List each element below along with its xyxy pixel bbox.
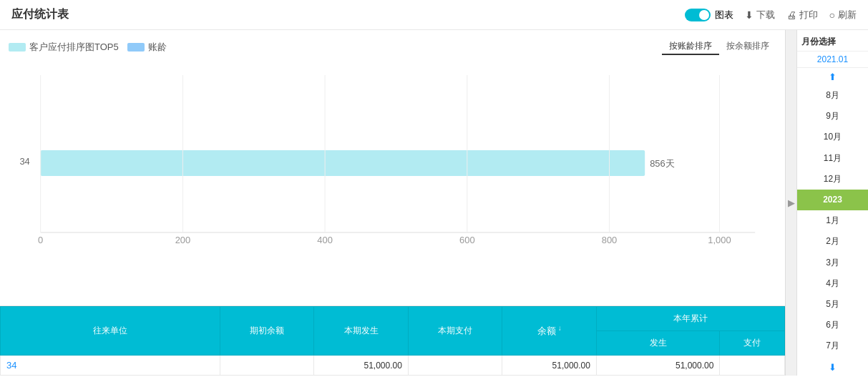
sidebar-title: 月份选择 (797, 30, 868, 52)
download-button[interactable]: ⬇ 下载 (745, 9, 775, 21)
th-opening: 期初余额 (220, 307, 314, 356)
month-item-may[interactable]: 5月 (797, 294, 868, 315)
print-icon: 🖨 (786, 9, 796, 21)
page-title: 应付统计表 (11, 7, 69, 22)
content-wrapper: 客户应付排序图TOP5 账龄 按账龄排序 按余额排序 34 (0, 30, 868, 376)
th-period-occur: 本期发生 (314, 307, 409, 356)
legend-label-2: 账龄 (148, 41, 167, 54)
x-tick-0: 0 (38, 235, 43, 245)
chart-bar (41, 150, 645, 176)
chart-container: 34 856天 0 200 400 (9, 61, 776, 261)
table-wrap: 往来单位 期初余额 本期发生 本期支付 余额 ↓ 本年累计 (0, 306, 785, 376)
x-tick-600: 600 (459, 235, 475, 245)
month-item-apr[interactable]: 4月 (797, 273, 868, 294)
scroll-down-button[interactable]: ⬇ (797, 358, 868, 376)
chart-toggle-wrap: 图表 (685, 9, 733, 21)
bar-end-label: 856天 (650, 158, 674, 169)
legend-row: 客户应付排序图TOP5 账龄 按账龄排序 按余额排序 (9, 39, 776, 55)
th-vendor: 往来单位 (1, 307, 220, 356)
download-icon: ⬇ (745, 9, 754, 21)
chart-svg: 34 856天 0 200 400 (9, 61, 776, 261)
td-ytd-occur: 51,000.00 (596, 356, 719, 376)
sort-by-account-button[interactable]: 按账龄排序 (662, 39, 719, 55)
refresh-icon: ○ (829, 9, 835, 21)
legend-color-2 (127, 43, 145, 52)
year-2023-label[interactable]: 2023 (797, 190, 868, 210)
arrow-icon: ▶ (788, 197, 795, 208)
scroll-up-button[interactable]: ⬆ (797, 68, 868, 85)
month-item-jul[interactable]: 7月 (797, 336, 868, 356)
th-period-pay: 本期支付 (408, 307, 502, 356)
x-tick-1000: 1,000 (708, 235, 731, 245)
print-button[interactable]: 🖨 打印 (786, 9, 818, 21)
legend-item-1: 客户应付排序图TOP5 (9, 41, 119, 54)
x-tick-200: 200 (175, 235, 191, 245)
table-section: 往来单位 期初余额 本期发生 本期支付 余额 ↓ 本年累计 (0, 305, 785, 376)
th-balance: 余额 ↓ (502, 307, 597, 356)
th-ytd-occur: 发生 (596, 331, 719, 356)
month-item-nov[interactable]: 11月 (797, 148, 868, 169)
chevron-down-icon: ⬇ (829, 362, 837, 373)
month-list: 8月 9月 10月 11月 12月 2023 1月 2月 3月 4月 5月 6月… (797, 85, 868, 358)
td-period-occur: 51,000.00 (314, 356, 409, 376)
y-axis-label: 34 (19, 156, 29, 167)
month-item-sep[interactable]: 9月 (797, 106, 868, 127)
x-tick-800: 800 (602, 235, 618, 245)
data-table: 往来单位 期初余额 本期发生 本期支付 余额 ↓ 本年累计 (0, 306, 785, 376)
th-ytd-pay: 支付 (720, 331, 785, 356)
right-sidebar: 月份选择 ⬆ 8月 9月 10月 11月 12月 2023 1月 2月 3月 4… (796, 30, 868, 376)
year-input[interactable] (797, 52, 868, 68)
month-item-mar[interactable]: 3月 (797, 253, 868, 273)
legend-color-1 (9, 43, 26, 52)
table-row: 34 51,000.00 51,000.00 51,000.00 (1, 356, 785, 376)
month-item-oct[interactable]: 10月 (797, 127, 868, 147)
sort-by-amount-button[interactable]: 按余额排序 (719, 39, 776, 55)
th-ytd: 本年累计 (596, 307, 784, 331)
month-item-aug[interactable]: 8月 (797, 85, 868, 106)
legend-item-2: 账龄 (127, 41, 167, 54)
td-opening (220, 356, 314, 376)
month-item-dec[interactable]: 12月 (797, 169, 868, 190)
td-balance: 51,000.00 (502, 356, 597, 376)
legend-label-1: 客户应付排序图TOP5 (29, 41, 119, 54)
page-header: 应付统计表 图表 ⬇ 下载 🖨 打印 ○ 刷新 (0, 0, 868, 30)
td-ytd-pay (720, 356, 785, 376)
td-vendor: 34 (1, 356, 220, 376)
td-period-pay (408, 356, 502, 376)
chart-toggle[interactable] (685, 9, 711, 21)
month-item-jan[interactable]: 1月 (797, 210, 868, 231)
header-actions: 图表 ⬇ 下载 🖨 打印 ○ 刷新 (685, 9, 857, 21)
sidebar-toggle-arrow[interactable]: ▶ (785, 30, 796, 376)
sort-buttons: 按账龄排序 按余额排序 (662, 39, 776, 55)
chevron-up-icon: ⬆ (829, 72, 837, 82)
x-tick-400: 400 (317, 235, 333, 245)
refresh-button[interactable]: ○ 刷新 (829, 9, 857, 21)
chart-toggle-label: 图表 (715, 9, 733, 21)
vendor-link[interactable]: 34 (6, 360, 16, 371)
month-item-jun[interactable]: 6月 (797, 315, 868, 336)
balance-icon: ↓ (558, 324, 562, 332)
month-item-feb[interactable]: 2月 (797, 231, 868, 252)
chart-section: 客户应付排序图TOP5 账龄 按账龄排序 按余额排序 34 (0, 30, 785, 305)
